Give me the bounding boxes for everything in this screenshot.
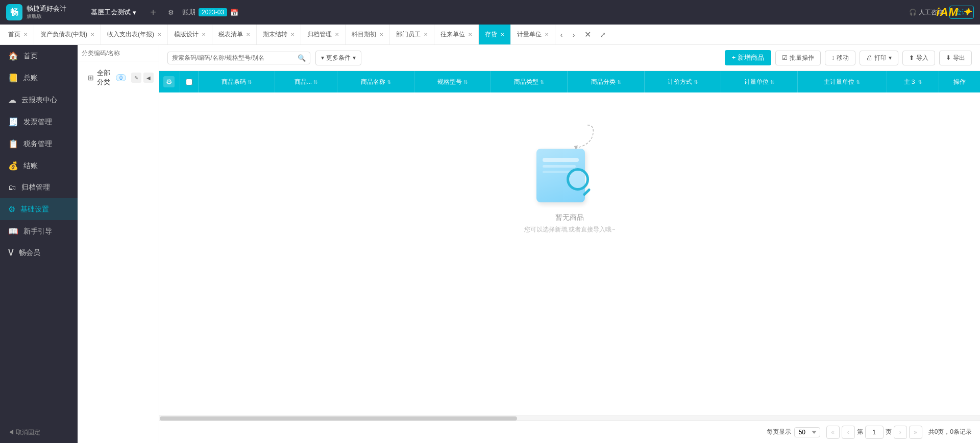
th-name[interactable]: 商品名称 ⇅ <box>337 71 414 92</box>
th-unit[interactable]: 计量单位 ⇅ <box>721 71 798 92</box>
tab-close-tax[interactable]: ✕ <box>246 32 250 37</box>
th-code[interactable]: 商品... ⇅ <box>275 71 337 92</box>
header-middle: 基层工会测试 ▾ + ⚙ 账期 2023-03 📅 <box>83 6 909 19</box>
category-edit-button[interactable]: ✎ <box>131 73 141 83</box>
total-info: 共0页，0条记录 <box>928 428 972 436</box>
page-suffix: 页 <box>886 428 892 436</box>
table-toolbar: 🔍 ▾ 更多条件 ▾ + 新增商品 ☑ 批量操作 ↕ <box>159 45 980 71</box>
tab-inventory[interactable]: 存货 ✕ <box>479 25 511 45</box>
category-actions: ✎ ◀ <box>131 73 154 83</box>
export-button[interactable]: ⬇ 导出 <box>939 51 972 65</box>
tab-prev-button[interactable]: ‹ <box>555 25 568 45</box>
main-layout: 🏠 首页 📒 总账 ☁ 云报表中心 🧾 发票管理 📋 税务管理 💰 结账 🗂 归… <box>0 45 980 443</box>
sidebar-item-cloud-reports[interactable]: ☁ 云报表中心 <box>0 89 78 111</box>
select-all-checkbox[interactable] <box>186 79 192 85</box>
tab-close-department[interactable]: ✕ <box>424 32 428 37</box>
member-icon: V <box>8 248 14 258</box>
tab-unit[interactable]: 计量单位 ✕ <box>511 25 555 45</box>
table-panel: 🔍 ▾ 更多条件 ▾ + 新增商品 ☑ 批量操作 ↕ <box>159 45 980 443</box>
column-settings-icon[interactable]: ⚙ <box>163 76 175 87</box>
tab-close-template[interactable]: ✕ <box>202 32 206 37</box>
prev-page-button[interactable]: ‹ <box>842 426 855 439</box>
sidebar-item-tax[interactable]: 📋 税务管理 <box>0 133 78 155</box>
sidebar-item-basic-settings[interactable]: ⚙ 基础设置 <box>0 198 78 220</box>
add-product-button[interactable]: + 新增商品 <box>725 50 771 65</box>
move-button[interactable]: ↕ 移动 <box>825 51 855 65</box>
sidebar-item-settlement[interactable]: 💰 结账 <box>0 155 78 177</box>
more-conditions-button[interactable]: ▾ 更多条件 ▾ <box>315 51 361 65</box>
tab-close-subject[interactable]: ✕ <box>379 32 383 37</box>
batch-operation-button[interactable]: ☑ 批量操作 <box>775 51 821 65</box>
print-button[interactable]: 🖨 打印 ▾ <box>860 51 898 65</box>
sidebar-item-guide[interactable]: 📖 新手引导 <box>0 220 78 242</box>
per-page-select[interactable]: 10 20 50 100 <box>794 427 820 437</box>
per-page-label: 每页显示 <box>767 428 791 436</box>
th-pricing[interactable]: 计价方式 ⇅ <box>644 71 721 92</box>
move-icon: ↕ <box>831 54 835 61</box>
company-selector[interactable]: 基层工会测试 ▾ <box>91 8 136 17</box>
sidebar-item-invoice[interactable]: 🧾 发票管理 <box>0 111 78 133</box>
import-button[interactable]: ⬆ 导入 <box>902 51 935 65</box>
tab-income-statement[interactable]: 收入支出表(年报) ✕ <box>101 25 168 45</box>
tab-archive[interactable]: 归档管理 ✕ <box>301 25 346 45</box>
add-tab-button[interactable]: + <box>146 6 160 19</box>
table-wrap: ⚙ 商品条码 ⇅ <box>159 71 980 415</box>
tab-close-unit[interactable]: ✕ <box>545 32 549 37</box>
tab-tax-list[interactable]: 税表清单 ✕ <box>212 25 257 45</box>
sort-spec-icon: ⇅ <box>463 79 468 85</box>
tab-close-archive[interactable]: ✕ <box>335 32 339 37</box>
tab-close-period[interactable]: ✕ <box>290 32 295 37</box>
toolbar-right: + 新增商品 ☑ 批量操作 ↕ 移动 🖨 打印 ▾ <box>725 50 972 65</box>
category-all-item[interactable]: ⊞ 全部分类 0 <box>83 65 131 90</box>
category-header: ⊞ 全部分类 0 ✎ ◀ <box>78 61 159 94</box>
category-search-input[interactable] <box>82 50 158 57</box>
sidebar-item-home[interactable]: 🏠 首页 <box>0 45 78 67</box>
th-settings[interactable]: ⚙ <box>159 71 180 92</box>
sidebar-item-ledger[interactable]: 📒 总账 <box>0 67 78 89</box>
horizontal-scrollbar[interactable] <box>159 415 980 421</box>
sidebar-item-archive[interactable]: 🗂 归档管理 <box>0 177 78 198</box>
tab-period-close[interactable]: 期末结转 ✕ <box>257 25 301 45</box>
th-main-unit[interactable]: 主计量单位 ⇅ <box>798 71 887 92</box>
category-collapse-button[interactable]: ◀ <box>143 73 154 83</box>
tab-close-inventory[interactable]: ✕ <box>500 32 504 37</box>
page-label: 第 <box>857 428 863 436</box>
settings-button[interactable]: ⚙ <box>168 9 174 16</box>
next-page-button[interactable]: › <box>894 426 907 439</box>
sidebar-item-member[interactable]: V 畅会员 <box>0 242 78 264</box>
tab-homepage[interactable]: 首页 ✕ <box>2 25 34 45</box>
tab-expand-button[interactable]: ⤢ <box>595 25 610 45</box>
product-search-icon[interactable]: 🔍 <box>298 54 306 62</box>
tab-close-contacts[interactable]: ✕ <box>468 32 472 37</box>
th-type[interactable]: 商品类型 ⇅ <box>491 71 568 92</box>
product-search-input[interactable] <box>172 54 295 61</box>
empty-state: 暂无商品 您可以选择新增,或者直接导入哦~ <box>159 92 980 265</box>
app-logo-text: 畅捷通好会计 旗舰版 <box>27 5 66 20</box>
th-barcode[interactable]: 商品条码 ⇅ <box>198 71 275 92</box>
tab-balance-sheet[interactable]: 资产负债表(中期) ✕ <box>34 25 101 45</box>
sidebar: 🏠 首页 📒 总账 ☁ 云报表中心 🧾 发票管理 📋 税务管理 💰 结账 🗂 归… <box>0 45 78 443</box>
tab-close-balance[interactable]: ✕ <box>90 32 94 37</box>
sort-type-icon: ⇅ <box>540 79 544 85</box>
first-page-button[interactable]: « <box>826 426 840 439</box>
print-dropdown-icon: ▾ <box>889 54 892 61</box>
th-category[interactable]: 商品分类 ⇅ <box>568 71 644 92</box>
calendar-icon[interactable]: 📅 <box>230 9 238 16</box>
th-spec[interactable]: 规格型号 ⇅ <box>414 71 491 92</box>
tab-next-button[interactable]: › <box>568 25 580 45</box>
category-all-label: 全部分类 <box>97 68 113 87</box>
tab-close-income[interactable]: ✕ <box>157 32 161 37</box>
tab-close-homepage[interactable]: ✕ <box>23 32 28 37</box>
grid-icon: ⊞ <box>88 74 94 82</box>
sidebar-unpin-button[interactable]: ◀ 取消固定 <box>0 422 78 443</box>
page-input[interactable] <box>865 426 884 439</box>
tab-department[interactable]: 部门员工 ✕ <box>390 25 434 45</box>
tab-template-design[interactable]: 模版设计 ✕ <box>168 25 212 45</box>
tab-close-all-button[interactable]: ✕ <box>580 25 595 45</box>
tab-contacts[interactable]: 往来单位 ✕ <box>434 25 479 45</box>
sidebar-label-archive: 归档管理 <box>21 183 50 192</box>
last-page-button[interactable]: » <box>909 426 922 439</box>
tab-subject-init[interactable]: 科目期初 ✕ <box>346 25 390 45</box>
dropdown-icon: ▾ <box>133 9 136 16</box>
th-col3[interactable]: 主３ ⇅ <box>887 71 939 92</box>
